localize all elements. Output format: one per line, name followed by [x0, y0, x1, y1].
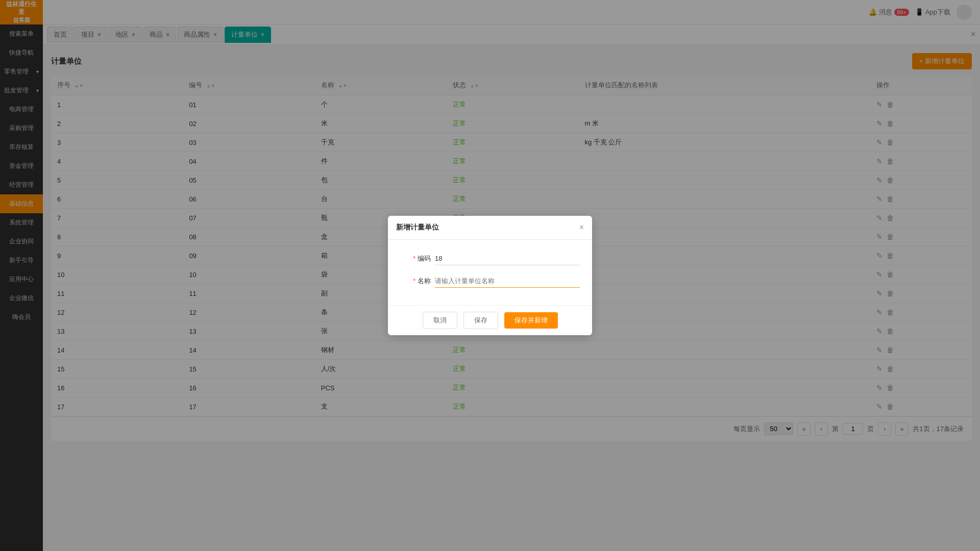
save-button[interactable]: 保存: [463, 312, 498, 329]
save-and-new-button[interactable]: 保存并新增: [504, 312, 558, 329]
modal-title: 新增计量单位: [396, 223, 439, 232]
modal-overlay: 新增计量单位 × 编码 名称 取消 保存 保存并新增: [0, 0, 980, 551]
modal-header: 新增计量单位 ×: [388, 216, 592, 240]
form-row-code: 编码: [400, 252, 580, 265]
form-row-name: 名称: [400, 274, 580, 288]
code-input[interactable]: [435, 252, 580, 265]
modal-close-button[interactable]: ×: [579, 223, 584, 232]
add-unit-modal: 新增计量单位 × 编码 名称 取消 保存 保存并新增: [388, 216, 592, 335]
modal-body: 编码 名称: [388, 240, 592, 305]
name-label: 名称: [400, 277, 431, 286]
code-label: 编码: [400, 254, 431, 263]
name-input[interactable]: [435, 274, 580, 288]
modal-footer: 取消 保存 保存并新增: [388, 305, 592, 335]
cancel-button[interactable]: 取消: [423, 312, 457, 329]
